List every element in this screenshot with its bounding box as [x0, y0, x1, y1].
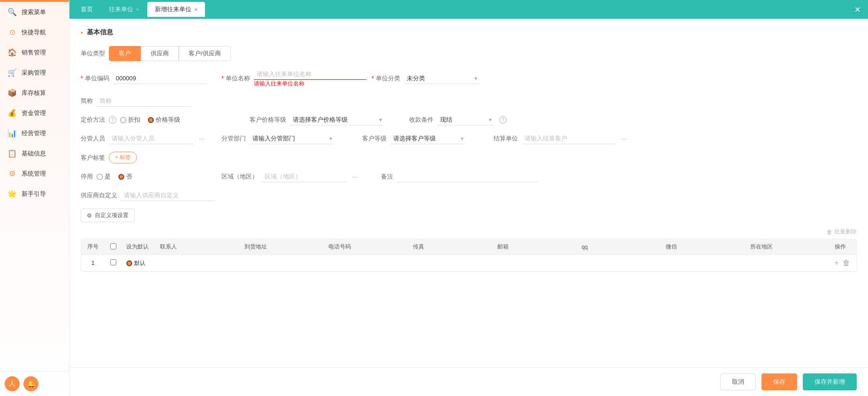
row-checkbox[interactable]	[110, 259, 116, 265]
payment-help-icon[interactable]: ?	[499, 116, 507, 124]
manager-input[interactable]	[109, 133, 193, 144]
notification-icon[interactable]: 🔔	[23, 376, 38, 391]
payment-select[interactable]: 现结	[437, 114, 494, 125]
pricing-group: 定价方法 ? 折扣 价格等级	[81, 116, 250, 124]
pricing-radio-discount-input[interactable]	[120, 117, 126, 123]
sidebar-item-sales[interactable]: 🏠 销售管理	[0, 42, 69, 62]
add-row-icon[interactable]: +	[835, 259, 839, 267]
sidebar-item-system[interactable]: ⚙ 系统管理	[0, 163, 69, 184]
disabled-radio-group: 是 否	[97, 172, 132, 181]
th-phone: 电话号码	[324, 239, 408, 255]
cell-qq[interactable]	[577, 255, 661, 272]
pricing-radio-price-level-input[interactable]	[148, 117, 154, 123]
remark-input[interactable]	[397, 171, 538, 182]
close-all-tabs[interactable]: ✕	[851, 3, 864, 16]
qq-input[interactable]	[581, 260, 656, 266]
sidebar: 🔍 搜索菜单 ⊙ 快捷导航 🏠 销售管理 🛒 采购管理 📦 库存核算 💰 资金管…	[0, 0, 69, 396]
region-more-btn[interactable]: ···	[350, 173, 359, 180]
sidebar-item-search[interactable]: 🔍 搜索菜单	[0, 2, 69, 22]
disabled-radio-yes-input[interactable]	[97, 174, 103, 180]
cell-contact[interactable]	[155, 255, 240, 272]
save-new-button[interactable]: 保存并新增	[803, 373, 857, 390]
sales-icon: 🏠	[8, 48, 17, 57]
sidebar-item-purchase[interactable]: 🛒 采购管理	[0, 62, 69, 83]
fax-input[interactable]	[413, 260, 488, 266]
disabled-radio-yes[interactable]: 是	[97, 172, 111, 181]
abbr-row: 简称	[81, 95, 857, 107]
th-fax: 传真	[408, 239, 493, 255]
pricing-radio-group: 折扣 价格等级	[120, 116, 180, 124]
cancel-button[interactable]: 取消	[720, 373, 756, 390]
wechat-input[interactable]	[666, 260, 741, 266]
sidebar-item-operation[interactable]: 📊 经营管理	[0, 123, 69, 143]
close-counterpart-tab[interactable]: ×	[136, 7, 139, 12]
cell-wechat[interactable]	[661, 255, 746, 272]
delete-row-icon[interactable]: 🗑	[843, 259, 850, 267]
add-tag-button[interactable]: + 标签	[109, 152, 137, 163]
custom-settings-button[interactable]: ⚙ 自定义项设置	[81, 209, 135, 222]
email-input[interactable]	[497, 260, 572, 266]
settlement-input[interactable]	[522, 133, 616, 144]
area-input[interactable]	[750, 260, 825, 266]
customer-level-select[interactable]: 请选择客户等级	[390, 133, 465, 144]
unit-code-input[interactable]	[113, 73, 207, 84]
customer-price-select[interactable]: 请选择客户价格等级	[290, 114, 384, 125]
custom-btn-label: 自定义项设置	[95, 211, 129, 219]
pricing-radio-discount[interactable]: 折扣	[120, 116, 140, 124]
contact-input[interactable]	[160, 260, 235, 266]
tab-home[interactable]: 首页	[73, 2, 100, 17]
unit-name-input[interactable]	[254, 69, 366, 80]
supplier-custom-label: 供应商自定义	[81, 191, 117, 200]
abbr-input[interactable]	[97, 95, 190, 107]
settlement-more-btn[interactable]: ···	[619, 135, 629, 142]
sidebar-item-label: 快捷导航	[22, 28, 46, 37]
cell-area[interactable]	[746, 255, 830, 272]
tab-counterpart[interactable]: 往来单位 ×	[101, 2, 146, 17]
th-checkbox[interactable]	[105, 239, 122, 255]
unit-name-group: 单位名称 请输入往来单位名称	[221, 69, 372, 88]
manager-more-btn[interactable]: ···	[197, 135, 206, 142]
sidebar-item-quicknav[interactable]: ⊙ 快捷导航	[0, 22, 69, 42]
tab-new-counterpart[interactable]: 新增往来单位 ×	[147, 2, 205, 17]
department-select[interactable]: 请输入分管部门	[250, 133, 334, 144]
disabled-radio-no-input[interactable]	[118, 174, 124, 180]
batch-delete-label[interactable]: 批量删除	[834, 228, 857, 236]
tag-group: 客户标签 + 标签	[81, 152, 857, 163]
type-btn-supplier[interactable]: 供应商	[141, 46, 179, 61]
th-default: 设为默认	[122, 239, 155, 255]
cell-checkbox[interactable]	[105, 255, 122, 272]
pricing-radio-price-level[interactable]: 价格等级	[148, 116, 180, 124]
unit-category-label: 单位分类	[372, 74, 400, 83]
default-radio-label[interactable]: 默认	[126, 259, 151, 267]
phone-input[interactable]	[328, 260, 404, 266]
type-btn-customer[interactable]: 客户	[109, 46, 141, 61]
cell-action: + 🗑	[830, 255, 857, 272]
contacts-table-wrapper: 序号 设为默认 联系人 到货地址 电话号码 传真 邮箱 qq 微信 所在地区 操…	[81, 239, 857, 272]
cell-email[interactable]	[493, 255, 577, 272]
address-input[interactable]	[244, 260, 320, 266]
sidebar-item-basic[interactable]: 📋 基础信息	[0, 143, 69, 163]
user-avatar[interactable]: 人	[5, 376, 20, 391]
unit-type-row: 单位类型 客户 供应商 客户/供应商	[81, 46, 857, 61]
settlement-group: 结算单位 ···	[494, 133, 629, 144]
table-row: 1 默认	[81, 255, 856, 272]
cell-phone[interactable]	[324, 255, 408, 272]
sidebar-item-finance[interactable]: 💰 资金管理	[0, 103, 69, 123]
cell-address[interactable]	[240, 255, 324, 272]
main-area: 首页 往来单位 × 新增往来单位 × ✕ ▪ 基本信息 单位类型 客户 供应商 …	[69, 0, 868, 396]
form-footer: 取消 保存 保存并新增	[69, 367, 868, 396]
sidebar-item-newbie[interactable]: 🌟 新手引导	[0, 184, 69, 204]
unit-category-select[interactable]: 未分类	[404, 73, 479, 84]
save-button[interactable]: 保存	[761, 373, 797, 390]
supplier-custom-input[interactable]	[121, 190, 215, 201]
region-input[interactable]	[262, 171, 346, 182]
th-contact: 联系人	[155, 239, 240, 255]
default-radio-input[interactable]	[126, 260, 132, 266]
close-new-counterpart-tab[interactable]: ×	[194, 7, 197, 12]
type-btn-both[interactable]: 客户/供应商	[179, 46, 231, 61]
disabled-radio-no[interactable]: 否	[118, 172, 132, 181]
sidebar-item-inventory[interactable]: 📦 库存核算	[0, 83, 69, 103]
pricing-help-icon[interactable]: ?	[109, 116, 116, 124]
cell-fax[interactable]	[408, 255, 493, 272]
select-all-checkbox[interactable]	[110, 243, 116, 249]
